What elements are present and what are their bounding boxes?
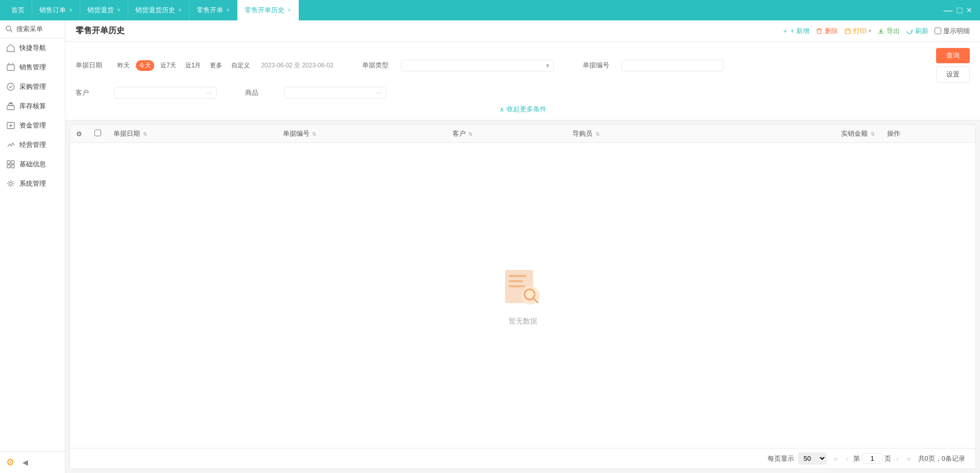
sidebar-finance-label: 资金管理 <box>19 121 46 130</box>
sidebar: 搜索采单 快捷导航 销售管理 采购管理 <box>0 20 65 473</box>
maximize-icon[interactable]: □ <box>957 5 963 16</box>
customer-field[interactable]: ··· <box>114 87 217 98</box>
tab-sales-order[interactable]: 销售订单× <box>32 0 80 20</box>
date-7days[interactable]: 近7天 <box>157 60 179 71</box>
print-button[interactable]: 打印 ▾ <box>844 27 871 36</box>
collapse-button[interactable]: ∧ 收起更多条件 <box>499 105 546 114</box>
per-page-select[interactable]: 10 20 50 100 <box>798 453 827 464</box>
basic-icon <box>6 160 15 169</box>
last-page-button[interactable]: » <box>904 454 914 464</box>
table-header-row: ⚙ 单据日期 ⇅ 单据编号 ⇅ <box>70 125 975 143</box>
date-label: 单据日期 <box>76 61 106 70</box>
sidebar-item-purchase[interactable]: 采购管理 <box>0 77 65 96</box>
display-detail-checkbox[interactable] <box>935 28 941 34</box>
data-table: ⚙ 单据日期 ⇅ 单据编号 ⇅ <box>70 125 975 143</box>
column-settings-icon[interactable]: ⚙ <box>76 130 82 138</box>
select-all-checkbox[interactable] <box>94 130 101 136</box>
chevron-down-icon: ▾ <box>546 62 549 69</box>
minimize-icon[interactable]: — <box>944 5 953 16</box>
operations-icon <box>6 140 15 150</box>
svg-rect-9 <box>11 161 14 164</box>
settings-icon[interactable]: ⚙ <box>6 457 14 468</box>
svg-point-12 <box>9 182 12 185</box>
sidebar-item-quick-nav[interactable]: 快捷导航 <box>0 38 65 58</box>
collapse-sidebar-icon[interactable]: ◀ <box>22 458 28 466</box>
svg-rect-10 <box>7 165 10 168</box>
tab-close-retail-open[interactable]: × <box>226 7 230 14</box>
sidebar-item-operations[interactable]: 经营管理 <box>0 135 65 155</box>
tab-close-sales-return[interactable]: × <box>117 7 121 14</box>
date-more[interactable]: 更多 <box>207 60 225 71</box>
date-today[interactable]: 今天 <box>136 60 154 71</box>
tab-retail-history[interactable]: 零售开单历史× <box>237 0 299 20</box>
sidebar-item-inventory[interactable]: 库存核算 <box>0 96 65 116</box>
sort-number-icon[interactable]: ⇅ <box>312 131 316 137</box>
empty-state: 暂无数据 <box>70 143 975 448</box>
tab-list: 首页销售订单×销货退货×销货退货历史×零售开单×零售开单历史× <box>4 0 299 20</box>
sales-icon <box>6 63 15 72</box>
close-icon[interactable]: × <box>966 5 972 16</box>
print-icon <box>844 28 851 35</box>
tab-close-retail-history[interactable]: × <box>288 7 291 14</box>
home-icon <box>6 43 15 53</box>
system-icon <box>6 179 15 188</box>
tab-sales-return[interactable]: 销货退货× <box>80 0 128 20</box>
svg-rect-4 <box>7 106 14 110</box>
finance-icon <box>6 121 15 130</box>
svg-rect-11 <box>11 165 14 168</box>
sidebar-item-system[interactable]: 系统管理 <box>0 174 65 193</box>
query-button[interactable]: 查询 <box>936 48 970 63</box>
tab-close-sales-return-history[interactable]: × <box>178 7 182 14</box>
pagination: 每页显示 10 20 50 100 « ‹ 第 页 › » 共0页，0条记录 <box>70 448 975 468</box>
sidebar-item-sales[interactable]: 销售管理 <box>0 58 65 77</box>
date-yesterday[interactable]: 昨天 <box>114 60 133 71</box>
delete-button[interactable]: 删除 <box>816 27 838 36</box>
svg-point-3 <box>7 83 14 90</box>
svg-rect-13 <box>845 30 850 34</box>
page-input[interactable] <box>862 453 882 464</box>
sidebar-item-basic[interactable]: 基础信息 <box>0 155 65 174</box>
setting-button[interactable]: 设置 <box>936 66 970 83</box>
new-button[interactable]: ＋ + 新增 <box>782 27 809 36</box>
tab-retail-open[interactable]: 零售开单× <box>189 0 237 20</box>
next-page-button[interactable]: › <box>893 454 902 464</box>
export-button[interactable]: 导出 <box>877 27 900 36</box>
number-input[interactable] <box>622 60 724 71</box>
page-title: 零售开单历史 <box>76 26 125 36</box>
sort-amount-icon[interactable]: ⇅ <box>871 131 875 137</box>
page-nav: « ‹ 第 页 › » <box>831 453 914 464</box>
chevron-up-icon: ∧ <box>499 106 505 113</box>
tab-close-sales-order[interactable]: × <box>69 7 73 14</box>
display-detail-toggle[interactable]: 显示明细 <box>935 27 970 36</box>
th-amount: 实销金额 ⇅ <box>711 125 881 143</box>
tab-bar: 首页销售订单×销货退货×销货退货历史×零售开单×零售开单历史× — □ × <box>0 0 980 20</box>
inventory-icon <box>6 102 15 111</box>
goods-label: 商品 <box>245 88 276 97</box>
goods-field[interactable]: ··· <box>284 87 386 98</box>
toolbar: ＋ + 新增 删除 打印 ▾ <box>782 27 970 36</box>
svg-point-21 <box>527 291 533 297</box>
first-page-button[interactable]: « <box>831 454 841 464</box>
type-select[interactable]: ▾ <box>401 60 554 71</box>
th-customer: 客户 ⇅ <box>446 125 567 143</box>
tab-sales-return-history[interactable]: 销货退货历史× <box>128 0 189 20</box>
window-controls: — □ × <box>944 5 976 16</box>
sidebar-item-finance[interactable]: 资金管理 <box>0 116 65 135</box>
th-checkbox <box>88 125 107 143</box>
date-custom[interactable]: 自定义 <box>228 60 253 71</box>
ellipsis-icon-2: ··· <box>376 89 381 96</box>
search-item[interactable]: 搜索采单 <box>0 20 65 38</box>
tab-home[interactable]: 首页 <box>4 0 32 20</box>
sidebar-operations-label: 经营管理 <box>19 140 46 150</box>
sort-customer-icon[interactable]: ⇅ <box>468 131 472 137</box>
svg-rect-6 <box>10 103 12 104</box>
total-label: 共0页，0条记录 <box>918 454 965 463</box>
svg-rect-2 <box>7 65 14 70</box>
refresh-button[interactable]: 刷新 <box>906 27 928 36</box>
date-range: 2023-06-02 至 2023-06-02 <box>261 61 333 70</box>
date-1month[interactable]: 近1月 <box>182 60 204 71</box>
prev-page-button[interactable]: ‹ <box>843 454 851 464</box>
query-actions: 查询 设置 <box>936 48 970 83</box>
sort-guide-icon[interactable]: ⇅ <box>595 131 600 137</box>
sort-date-icon[interactable]: ⇅ <box>143 131 147 137</box>
